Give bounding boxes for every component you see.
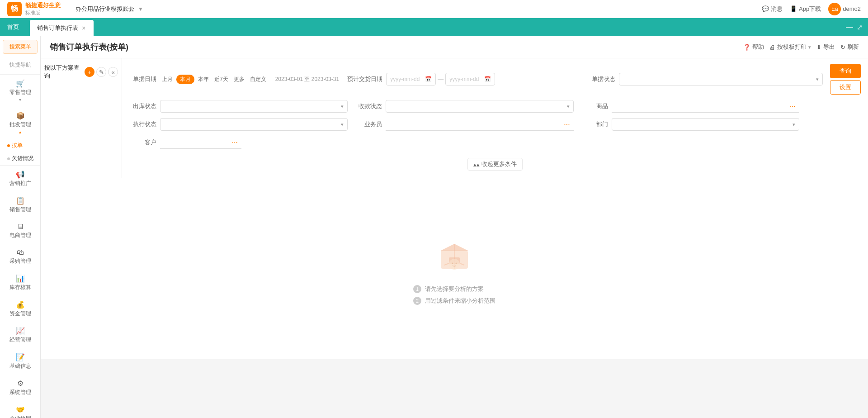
help-label: 帮助 [752, 43, 764, 51]
sidebar-item-basic[interactable]: 📝 基础信息 [0, 348, 40, 375]
page-header: 销售订单执行表(按单) ❓ 帮助 🖨 按模板打印 ▾ ⬇ 导出 ↻ 刷新 [41, 36, 868, 58]
export-button[interactable]: ⬇ 导出 [816, 43, 835, 51]
goods-more-icon[interactable]: ··· [788, 102, 797, 110]
add-scheme-button[interactable]: + [85, 67, 94, 77]
expected-delivery-start-input[interactable]: yyyy-mm-dd 📅 [386, 73, 436, 86]
collapse-button[interactable]: ▴▴ 收起更多条件 [467, 158, 523, 171]
filter-panel: 按以下方案查询 + ✎ « [41, 58, 868, 178]
sidebar-item-system[interactable]: ⚙ 系统管理 [0, 375, 40, 401]
sidebar-sub-items: 按单 欠货情况 [0, 139, 40, 165]
receipt-status-label: 收款状态 [355, 102, 382, 110]
message-icon: 💬 [762, 5, 769, 12]
sidebar-item-wholesale[interactable]: 📦 批发管理 ▴ [0, 107, 40, 139]
delivery-status-select[interactable]: ▾ [160, 100, 348, 113]
tab-sales-order-label: 销售订单执行表 [37, 24, 78, 32]
tab-home[interactable]: 首页 [0, 18, 26, 36]
date-tab-last-7[interactable]: 近7天 [212, 75, 230, 84]
basic-icon: 📝 [16, 353, 25, 361]
collapse-scheme-button[interactable]: « [108, 67, 118, 77]
tab-minimize-icon[interactable]: — [846, 23, 853, 31]
sidebar-item-finance[interactable]: 💰 资金管理 [0, 296, 40, 322]
exec-status-arrow: ▾ [341, 122, 344, 128]
svg-point-8 [452, 263, 453, 264]
customer-input[interactable]: ··· [160, 136, 241, 149]
refresh-button[interactable]: ↻ 刷新 [840, 43, 859, 51]
tab-sales-order[interactable]: 销售订单执行表 × [30, 20, 94, 36]
user-profile[interactable]: Ea demo2 [828, 3, 861, 15]
retail-expand-icon: ▾ [19, 97, 21, 102]
help-icon: ❓ [743, 44, 750, 51]
date-tab-last-month[interactable]: 上月 [160, 75, 175, 84]
customer-more-icon[interactable]: ··· [230, 138, 240, 147]
customer-label: 客户 [129, 138, 156, 147]
sidebar-sub-item-shortage-label: 欠货情况 [12, 155, 33, 162]
nav-text: 办公用品行业模拟账套 [75, 5, 134, 13]
salesperson-input[interactable]: ··· [386, 118, 573, 131]
app-download-button[interactable]: 📱 App下载 [790, 5, 821, 13]
filter-scheme-actions: + ✎ « [85, 67, 118, 77]
sidebar-item-stock[interactable]: 📊 库存核算 [0, 270, 40, 296]
tab-maximize-icon[interactable]: ⤢ [857, 23, 863, 32]
username: demo2 [843, 5, 861, 12]
wholesale-expand-icon: ▴ [19, 129, 21, 134]
sidebar-item-marketing[interactable]: 📢 营销推广 [0, 166, 40, 192]
sales-icon: 📋 [16, 196, 25, 205]
sidebar-item-sales-label: 销售管理 [9, 206, 31, 214]
tip-text-2: 用过滤条件来缩小分析范围 [425, 297, 495, 305]
sidebar-sub-item-shortage[interactable]: 欠货情况 [4, 152, 40, 165]
topbar-right: 💬 消息 📱 App下载 Ea demo2 [762, 3, 861, 15]
ecommerce-icon: 🖥 [17, 223, 24, 231]
single-status-select[interactable]: ▾ [619, 73, 823, 86]
salesperson-more-icon[interactable]: ··· [562, 120, 571, 128]
logo-icon: 畅 [11, 4, 18, 14]
edit-scheme-button[interactable]: ✎ [96, 67, 106, 77]
sidebar-item-purchase[interactable]: 🛍 采购管理 [0, 244, 40, 270]
date-range-text: 2023-03-01 至 2023-03-31 [275, 76, 339, 83]
single-status-arrow: ▾ [816, 76, 819, 82]
tab-close-icon[interactable]: × [81, 24, 86, 33]
sidebar-search-button[interactable]: 搜索菜单 [3, 40, 38, 54]
empty-illustration [432, 233, 477, 278]
receipt-status-select[interactable]: ▾ [386, 100, 573, 113]
dept-select[interactable]: ▾ [612, 118, 799, 131]
sidebar-search-section: 搜索菜单 [0, 36, 40, 57]
sidebar-item-sales[interactable]: 📋 销售管理 [0, 192, 40, 218]
sidebar-item-retail[interactable]: 🛒 零售管理 ▾ [0, 75, 40, 107]
tab-home-label: 首页 [7, 23, 19, 31]
print-label: 按模板打印 [777, 43, 807, 51]
expected-start-placeholder: yyyy-mm-dd [390, 76, 420, 82]
sidebar-item-retail-label: 零售管理 [9, 89, 31, 96]
query-button[interactable]: 查询 [830, 64, 861, 78]
goods-input[interactable]: ··· [612, 100, 799, 113]
print-button[interactable]: 🖨 按模板打印 ▾ [769, 43, 811, 51]
message-button[interactable]: 💬 消息 [762, 5, 783, 13]
svg-point-5 [449, 259, 460, 270]
exec-status-select[interactable]: ▾ [160, 118, 348, 131]
retail-icon: 🛒 [16, 79, 25, 88]
expected-delivery-end-input[interactable]: yyyy-mm-dd 📅 [445, 73, 495, 86]
nav-dropdown-arrow[interactable]: ▼ [138, 6, 143, 12]
sidebar-item-operations[interactable]: 📈 经营管理 [0, 322, 40, 348]
date-label: 单据日期 [129, 75, 156, 83]
settings-button[interactable]: 设置 [830, 80, 861, 95]
sidebar: 搜索菜单 快捷导航 🛒 零售管理 ▾ 📦 批发管理 ▴ 按单 [0, 36, 41, 418]
date-tab-custom[interactable]: 自定义 [248, 75, 268, 84]
print-dropdown-icon[interactable]: ▾ [808, 44, 811, 50]
divider [68, 4, 68, 14]
help-button[interactable]: ❓ 帮助 [743, 43, 764, 51]
avatar-text: Ea [831, 6, 838, 12]
collapse-row: ▴▴ 收起更多条件 [129, 154, 861, 172]
main-layout: 搜索菜单 快捷导航 🛒 零售管理 ▾ 📦 批发管理 ▴ 按单 [0, 36, 868, 418]
wholesale-icon: 📦 [16, 111, 25, 120]
page-title: 销售订单执行表(按单) [50, 42, 128, 52]
breadcrumb[interactable]: 办公用品行业模拟账套 ▼ [75, 5, 143, 13]
tip-text-1: 请先选择要分析的方案 [425, 285, 484, 293]
date-tab-more[interactable]: 更多 [232, 75, 246, 84]
purchase-icon: 🛍 [17, 248, 24, 256]
sidebar-sub-item-by-order[interactable]: 按单 [4, 139, 40, 152]
date-tab-this-month[interactable]: 本月 [176, 75, 194, 84]
date-tab-this-year[interactable]: 本年 [196, 75, 211, 84]
sidebar-item-enterprise[interactable]: 🤝 企业协同 [0, 401, 40, 418]
sidebar-item-wholesale-label: 批发管理 [9, 121, 31, 128]
sidebar-item-ecommerce[interactable]: 🖥 电商管理 [0, 218, 40, 244]
